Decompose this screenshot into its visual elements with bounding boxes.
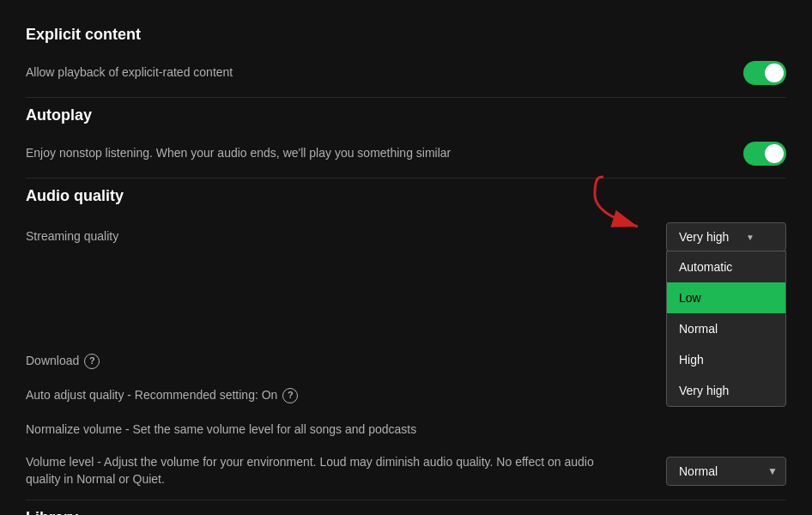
arrow-svg bbox=[591, 168, 651, 233]
download-help-icon[interactable]: ? bbox=[84, 354, 100, 369]
divider-1 bbox=[26, 97, 786, 98]
library-section-title: Library bbox=[26, 509, 786, 515]
audio-quality-section-title: Audio quality bbox=[26, 187, 786, 205]
dropdown-chevron-icon: ▼ bbox=[746, 233, 754, 242]
streaming-quality-selected-value: Very high bbox=[679, 230, 729, 244]
streaming-quality-dropdown-menu: Automatic Low Normal High Very high bbox=[666, 251, 786, 407]
autoplay-toggle-track[interactable] bbox=[743, 142, 786, 166]
dropdown-option-low[interactable]: Low bbox=[667, 282, 785, 313]
red-arrow-indicator bbox=[591, 168, 651, 235]
explicit-toggle[interactable] bbox=[743, 61, 786, 85]
divider-2 bbox=[26, 178, 786, 179]
dropdown-option-automatic[interactable]: Automatic bbox=[667, 251, 785, 282]
explicit-setting-row: Allow playback of explicit-rated content bbox=[26, 54, 786, 92]
explicit-toggle-track[interactable] bbox=[743, 61, 786, 85]
streaming-quality-label: Streaming quality bbox=[26, 228, 609, 245]
settings-page: Explicit content Allow playback of expli… bbox=[0, 0, 812, 515]
explicit-label: Allow playback of explicit-rated content bbox=[26, 64, 609, 82]
dropdown-option-normal[interactable]: Normal bbox=[667, 313, 785, 344]
normalize-label: Normalize volume - Set the same volume l… bbox=[26, 421, 609, 439]
auto-adjust-label: Auto adjust quality - Recommended settin… bbox=[26, 387, 609, 404]
streaming-quality-row: Streaming quality Very high ▼ bbox=[26, 215, 786, 258]
normalize-row: Normalize volume - Set the same volume l… bbox=[26, 413, 786, 447]
download-label: Download ? bbox=[26, 353, 609, 370]
volume-level-dropdown[interactable]: Quiet Normal Loud bbox=[666, 457, 786, 486]
autoplay-toggle-thumb bbox=[765, 144, 784, 163]
autoplay-label: Enjoy nonstop listening. When your audio… bbox=[26, 145, 609, 162]
auto-adjust-help-icon[interactable]: ? bbox=[282, 388, 298, 403]
explicit-toggle-thumb bbox=[765, 64, 784, 82]
dropdown-option-very-high[interactable]: Very high bbox=[667, 375, 785, 406]
autoplay-setting-row: Enjoy nonstop listening. When your audio… bbox=[26, 135, 786, 173]
streaming-quality-dropdown-button[interactable]: Very high ▼ bbox=[666, 222, 786, 251]
autoplay-section-title: Autoplay bbox=[26, 106, 786, 124]
streaming-quality-dropdown-wrapper[interactable]: Very high ▼ Automatic Low Normal High Ve… bbox=[666, 222, 786, 251]
autoplay-toggle[interactable] bbox=[743, 142, 786, 166]
explicit-section-title: Explicit content bbox=[26, 26, 786, 44]
volume-level-dropdown-wrapper[interactable]: Quiet Normal Loud ▼ bbox=[666, 457, 786, 486]
volume-level-row: Volume level - Adjust the volume for you… bbox=[26, 447, 786, 494]
divider-3 bbox=[26, 500, 786, 500]
volume-level-label: Volume level - Adjust the volume for you… bbox=[26, 454, 609, 488]
dropdown-option-high[interactable]: High bbox=[667, 344, 785, 375]
